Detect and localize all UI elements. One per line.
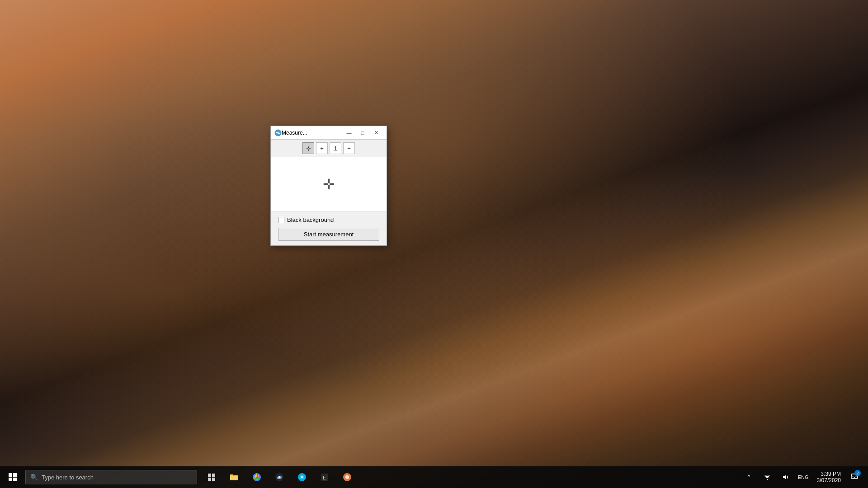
dialog-toolbar: ⊹ + 1 − — [271, 140, 387, 157]
svg-point-1 — [278, 132, 279, 133]
taskbar-search[interactable]: 🔍 Type here to search — [25, 470, 197, 484]
task-view-icon — [208, 473, 216, 481]
svg-text:E: E — [323, 475, 326, 480]
file-explorer-button[interactable] — [223, 466, 245, 488]
app1-button[interactable] — [291, 466, 313, 488]
app2-button[interactable] — [336, 466, 358, 488]
task-view-button[interactable] — [201, 466, 222, 488]
crosshair-icon[interactable]: ✛ — [323, 176, 335, 193]
measure-app-icon — [274, 129, 282, 136]
search-icon: 🔍 — [30, 474, 38, 481]
app1-icon — [297, 473, 307, 482]
city-overlay — [0, 0, 868, 488]
language-text: ENG — [798, 474, 809, 480]
svg-rect-3 — [212, 474, 215, 477]
clock-date: 3/07/2020 — [817, 477, 841, 483]
notification-count: 2 — [854, 470, 861, 476]
start-button[interactable] — [2, 466, 24, 488]
black-background-row: Black background — [278, 216, 379, 223]
svg-rect-4 — [208, 478, 211, 481]
dialog-controls: — □ ✕ — [342, 128, 383, 137]
close-button[interactable]: ✕ — [369, 128, 383, 137]
one-tool-button[interactable]: 1 — [330, 142, 341, 154]
svg-rect-2 — [208, 474, 211, 477]
search-placeholder-text: Type here to search — [42, 474, 94, 481]
language-indicator[interactable]: ENG — [795, 466, 811, 488]
app2-icon — [343, 473, 352, 482]
windows-logo-icon — [9, 473, 17, 481]
maximize-button[interactable]: □ — [356, 128, 369, 137]
black-background-checkbox[interactable] — [278, 217, 284, 223]
chrome-icon — [252, 473, 261, 482]
system-clock[interactable]: 3:39 PM 3/07/2020 — [813, 466, 844, 488]
desktop-background — [0, 0, 868, 488]
svg-point-17 — [345, 475, 349, 479]
taskbar-icons: E — [201, 466, 358, 488]
add-tool-button[interactable]: + — [316, 142, 328, 154]
file-explorer-icon — [230, 473, 239, 481]
clock-time: 3:39 PM — [821, 471, 841, 477]
dialog-footer: Black background Start measurement — [271, 211, 387, 245]
dialog-title: Measure... — [282, 130, 342, 136]
chrome-button[interactable] — [246, 466, 268, 488]
system-tray: ^ ENG 3:39 PM 3/07/2020 — [741, 466, 866, 488]
volume-icon[interactable] — [777, 466, 793, 488]
epic-games-button[interactable]: E — [314, 466, 335, 488]
speaker-icon — [782, 474, 789, 481]
svg-rect-5 — [212, 478, 215, 481]
minimize-button[interactable]: — — [342, 128, 356, 137]
notification-center-button[interactable]: 2 — [846, 466, 863, 488]
dialog-titlebar: Measure... — □ ✕ — [271, 126, 387, 140]
dialog-content: ✛ — [271, 157, 387, 211]
taskbar: 🔍 Type here to search — [0, 466, 868, 488]
measure-dialog: Measure... — □ ✕ ⊹ + 1 − ✛ Black backgro… — [270, 126, 387, 246]
wifi-icon — [764, 474, 771, 481]
svg-point-13 — [301, 476, 303, 478]
steam-icon — [275, 473, 284, 482]
tray-chevron[interactable]: ^ — [741, 466, 757, 488]
resize-tool-button[interactable]: ⊹ — [302, 142, 314, 154]
start-measurement-button[interactable]: Start measurement — [278, 228, 379, 241]
svg-point-10 — [278, 476, 280, 478]
epic-games-icon: E — [320, 473, 329, 482]
minus-tool-button[interactable]: − — [343, 142, 355, 154]
network-icon[interactable] — [759, 466, 775, 488]
black-background-label[interactable]: Black background — [287, 216, 334, 223]
steam-button[interactable] — [269, 466, 290, 488]
